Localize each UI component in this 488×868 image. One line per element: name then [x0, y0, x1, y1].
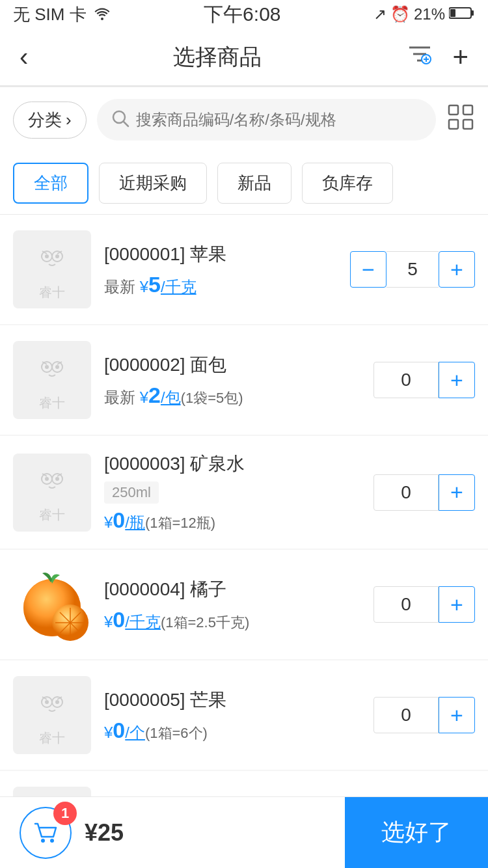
filter-icon[interactable] — [407, 42, 433, 72]
quantity-control-0000005: + — [373, 697, 475, 733]
product-image-0000002: 睿十 — [13, 341, 91, 419]
product-info-0000004: [0000004] 橘子 ¥0/千克(1箱=2.5千克) — [104, 577, 360, 632]
product-image-0000005: 睿十 — [13, 676, 91, 754]
quantity-input[interactable] — [373, 586, 439, 623]
cart-area: 1 ¥25 — [0, 807, 345, 859]
svg-rect-12 — [463, 105, 472, 115]
svg-line-10 — [124, 122, 128, 126]
category-label: 分类 — [28, 109, 62, 131]
search-icon — [111, 109, 129, 130]
svg-point-18 — [55, 254, 59, 258]
svg-point-21 — [45, 365, 49, 369]
product-name: [0000001] 苹果 — [104, 242, 337, 267]
wifi-icon — [93, 5, 111, 25]
list-item: 睿十 [0000001] 苹果 最新 ¥5/千克 − + — [0, 215, 488, 324]
owl-icon — [33, 238, 72, 282]
product-name: [0000005] 芒果 — [104, 688, 360, 712]
product-price: 最新 ¥2/包(1袋=5包) — [104, 383, 360, 408]
product-image-0000004 — [13, 565, 91, 644]
list-item: 睿十 [0000002] 面包 最新 ¥2/包(1袋=5包) + — [0, 325, 488, 435]
increase-button[interactable]: + — [439, 586, 475, 623]
extra-unit: (1箱=6个) — [145, 725, 208, 741]
cart-button[interactable]: 1 — [20, 807, 72, 859]
bottom-bar: 1 ¥25 选好了 — [0, 796, 488, 868]
battery-icon — [449, 5, 475, 23]
quantity-input[interactable] — [373, 474, 439, 511]
product-name: [0000003] 矿泉水 — [104, 452, 360, 476]
category-button[interactable]: 分类 › — [13, 102, 87, 139]
product-info-0000002: [0000002] 面包 最新 ¥2/包(1袋=5包) — [104, 353, 360, 408]
price-label: 最新 — [104, 278, 140, 295]
tab-negative[interactable]: 负库存 — [302, 163, 393, 204]
svg-rect-1 — [471, 10, 474, 16]
product-list: 睿十 [0000001] 苹果 最新 ¥5/千克 − + 睿十 — [0, 215, 488, 868]
quantity-input[interactable] — [386, 251, 439, 288]
quantity-control-0000001: − + — [350, 251, 475, 288]
nav-right-actions: + — [407, 42, 468, 73]
increase-button[interactable]: + — [439, 474, 475, 511]
svg-point-25 — [45, 477, 49, 481]
increase-button[interactable]: + — [439, 251, 475, 288]
cart-total: ¥25 — [85, 819, 124, 847]
alarm-icon: ⏰ — [390, 5, 410, 23]
decrease-button[interactable]: − — [350, 251, 386, 288]
owl-icon — [33, 461, 72, 505]
back-button[interactable]: ‹ — [20, 42, 28, 72]
location-icon: ↗ — [373, 5, 386, 23]
price-unit: /包 — [161, 388, 181, 406]
brand-text: 睿十 — [39, 506, 65, 524]
page-title: 选择商品 — [173, 42, 262, 72]
svg-point-47 — [50, 839, 54, 843]
product-image-0000001: 睿十 — [13, 230, 91, 308]
quantity-control-0000002: + — [373, 362, 475, 398]
svg-point-36 — [45, 700, 49, 704]
product-info-0000001: [0000001] 苹果 最新 ¥5/千克 — [104, 242, 337, 297]
add-icon[interactable]: + — [452, 42, 468, 73]
status-bar: 无 SIM 卡 下午6:08 ↗ ⏰ 21% — [0, 0, 488, 29]
extra-unit: (1箱=2.5千克) — [161, 614, 249, 631]
category-chevron: › — [66, 110, 72, 130]
price-unit: /个 — [125, 724, 145, 741]
svg-point-17 — [45, 254, 49, 258]
tab-all[interactable]: 全部 — [13, 163, 88, 204]
search-input[interactable] — [136, 111, 422, 129]
status-time: 下午6:08 — [204, 1, 280, 28]
list-item: [0000004] 橘子 ¥0/千克(1箱=2.5千克) + — [0, 550, 488, 659]
price-unit: /瓶 — [125, 513, 145, 531]
owl-icon — [33, 349, 72, 393]
product-info-0000003: [0000003] 矿泉水 250ml ¥0/瓶(1箱=12瓶) — [104, 452, 360, 533]
list-item: 睿十 [0000005] 芒果 ¥0/个(1箱=6个) + — [0, 660, 488, 770]
confirm-button[interactable]: 选好了 — [345, 797, 488, 869]
svg-point-46 — [41, 839, 45, 843]
svg-rect-2 — [450, 9, 455, 17]
brand-text: 睿十 — [39, 729, 65, 747]
svg-rect-13 — [449, 120, 458, 129]
increase-button[interactable]: + — [439, 362, 475, 398]
quantity-input[interactable] — [373, 362, 439, 398]
brand-text: 睿十 — [39, 394, 65, 412]
list-item: 睿十 [0000003] 矿泉水 250ml ¥0/瓶(1箱=12瓶) + — [0, 436, 488, 549]
product-price: ¥0/千克(1箱=2.5千克) — [104, 607, 360, 632]
sim-status: 无 SIM 卡 — [13, 3, 87, 26]
svg-point-26 — [55, 477, 59, 481]
svg-rect-14 — [463, 120, 472, 129]
price-unit: /千克 — [125, 613, 161, 631]
tab-new[interactable]: 新品 — [217, 163, 291, 204]
nav-bar: ‹ 选择商品 + — [0, 29, 488, 86]
product-spec: 250ml — [104, 481, 159, 504]
brand-text: 睿十 — [39, 284, 65, 301]
product-price: ¥0/瓶(1箱=12瓶) — [104, 508, 360, 533]
tab-row: 全部 近期采购 新品 负库存 — [0, 152, 488, 215]
svg-point-22 — [55, 365, 59, 369]
product-image-0000003: 睿十 — [13, 454, 91, 532]
increase-button[interactable]: + — [439, 697, 475, 733]
battery-status: 21% — [414, 5, 445, 23]
quantity-control-0000004: + — [373, 586, 475, 623]
search-bar — [97, 99, 436, 141]
quantity-control-0000003: + — [373, 474, 475, 511]
quantity-input[interactable] — [373, 697, 439, 733]
tab-recent[interactable]: 近期采购 — [99, 163, 207, 204]
extra-unit: (1箱=12瓶) — [145, 515, 215, 531]
scan-icon[interactable] — [446, 103, 475, 137]
product-name: [0000004] 橘子 — [104, 577, 360, 602]
